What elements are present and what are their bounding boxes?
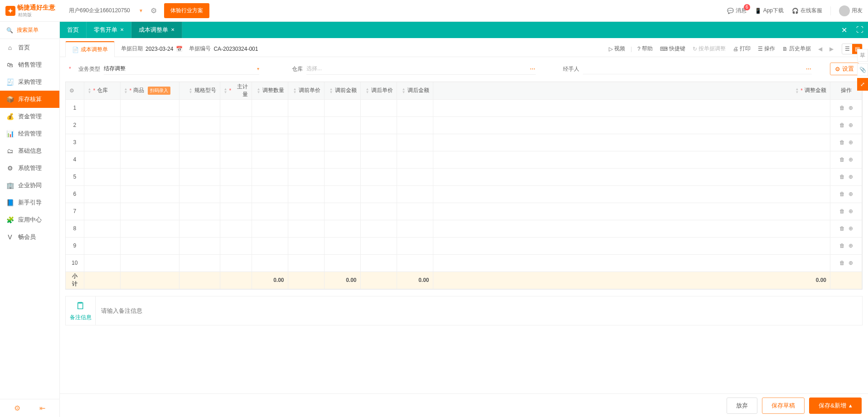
table-row[interactable]: 8🗑⊕ — [66, 220, 862, 237]
th-product[interactable]: 商品 — [133, 87, 144, 94]
rail-expand-icon[interactable]: ⤢ — [857, 78, 868, 91]
row-add-icon[interactable]: ⊕ — [849, 105, 853, 111]
tenant-selector[interactable]: 用户690企业1660120750 ▼ — [65, 5, 147, 16]
action-shortcuts[interactable]: ⌨ 快捷键 — [658, 44, 687, 53]
row-add-icon[interactable]: ⊕ — [849, 191, 853, 197]
action-print[interactable]: 🖨 打印 — [731, 44, 752, 53]
nav-next-icon[interactable]: ▶ — [828, 45, 835, 53]
row-add-icon[interactable]: ⊕ — [849, 156, 853, 163]
action-help[interactable]: ? 帮助 — [635, 44, 655, 53]
table-row[interactable]: 1🗑⊕ — [66, 99, 862, 116]
sidebar-item[interactable]: 📘新手引导 — [0, 194, 59, 211]
row-delete-icon[interactable]: 🗑 — [839, 242, 845, 249]
tabs-close-all-icon[interactable]: ✕ — [837, 26, 852, 34]
grid-settings-icon[interactable]: ⚙ — [69, 87, 74, 94]
sidebar-item[interactable]: 🏢企业协同 — [0, 177, 59, 194]
th-warehouse[interactable]: 仓库 — [97, 87, 108, 94]
action-history[interactable]: 🗎 历史单据 — [781, 44, 813, 53]
nav-prev-icon[interactable]: ◀ — [816, 45, 824, 53]
tab[interactable]: 零售开单✕ — [87, 22, 131, 38]
save-draft-button[interactable]: 保存草稿 — [762, 398, 805, 414]
row-add-icon[interactable]: ⊕ — [849, 260, 853, 266]
action-operate[interactable]: ☰ 操作 — [756, 44, 777, 53]
table-row[interactable]: 3🗑⊕ — [66, 134, 862, 151]
sidebar-item[interactable]: 📦库存核算 — [0, 91, 59, 108]
remarks-input[interactable] — [96, 296, 862, 325]
calendar-icon[interactable]: 📅 — [176, 46, 183, 52]
warehouse-select[interactable]: 选择... ⋯ — [306, 63, 536, 75]
view-list-icon[interactable]: ☰ — [842, 44, 852, 54]
row-add-icon[interactable]: ⊕ — [849, 139, 853, 145]
row-delete-icon[interactable]: 🗑 — [839, 225, 845, 232]
online-service-button[interactable]: 🎧 在线客服 — [792, 7, 822, 15]
table-row[interactable]: 5🗑⊕ — [66, 168, 862, 185]
tab[interactable]: 成本调整单✕ — [131, 22, 182, 38]
row-add-icon[interactable]: ⊕ — [849, 225, 853, 232]
remarks-block: 🗒 备注信息 — [65, 296, 863, 325]
th-adj-qty[interactable]: 调整数量 — [262, 87, 284, 94]
action-by-bill-adjust[interactable]: ↻ 按单据调整 — [691, 44, 727, 53]
th-amount-after[interactable]: 调后金额 — [407, 87, 429, 94]
th-amount-before[interactable]: 调前金额 — [335, 87, 357, 94]
row-add-icon[interactable]: ⊕ — [849, 242, 853, 249]
doc-date-value[interactable]: 2023-03-24 — [145, 46, 173, 52]
tabs-fullscreen-icon[interactable]: ⛶ — [852, 26, 868, 34]
messages-button[interactable]: 💬 消息 6 — [727, 7, 747, 15]
sidebar-item[interactable]: 💰资金管理 — [0, 108, 59, 125]
user-menu[interactable]: 用友 — [839, 5, 863, 16]
table-row[interactable]: 6🗑⊕ — [66, 185, 862, 203]
close-icon[interactable]: ✕ — [120, 22, 124, 38]
nav-label: 新手引导 — [18, 199, 42, 207]
sidebar-item[interactable]: 🛍销售管理 — [0, 56, 59, 73]
discard-button[interactable]: 放弃 — [727, 398, 757, 414]
th-main-qty[interactable]: 主计量 — [233, 83, 247, 98]
row-delete-icon[interactable]: 🗑 — [839, 174, 845, 180]
sidebar-item[interactable]: 🧩应用中心 — [0, 211, 59, 228]
subtotal-row: 小计0.000.000.000.00 — [66, 272, 862, 289]
tab[interactable]: 首页 — [60, 22, 87, 38]
row-delete-icon[interactable]: 🗑 — [839, 208, 845, 214]
row-delete-icon[interactable]: 🗑 — [839, 191, 845, 197]
row-delete-icon[interactable]: 🗑 — [839, 156, 845, 163]
table-row[interactable]: 7🗑⊕ — [66, 203, 862, 220]
sidebar-item[interactable]: V畅会员 — [0, 228, 59, 246]
nav-icon: 🛍 — [6, 61, 14, 68]
sidebar-search[interactable]: 🔍 搜索菜单 — [0, 22, 59, 39]
row-delete-icon[interactable]: 🗑 — [839, 105, 845, 111]
th-spec[interactable]: 规格型号 — [194, 87, 216, 94]
rail-draft-icon[interactable]: 草 — [857, 49, 868, 62]
sidebar-item[interactable]: 📊经营管理 — [0, 125, 59, 142]
row-delete-icon[interactable]: 🗑 — [839, 260, 845, 266]
table-row[interactable]: 9🗑⊕ — [66, 237, 862, 254]
rail-attach-icon[interactable]: 📎 — [857, 63, 868, 76]
messages-badge: 6 — [744, 4, 750, 10]
row-add-icon[interactable]: ⊕ — [849, 174, 853, 180]
row-delete-icon[interactable]: 🗑 — [839, 139, 845, 145]
table-row[interactable]: 10🗑⊕ — [66, 254, 862, 272]
save-new-button[interactable]: 保存&新增 ▴ — [809, 398, 862, 414]
app-download-button[interactable]: 📱 App下载 — [755, 7, 784, 15]
experience-button[interactable]: 体验行业方案 — [164, 3, 209, 18]
biz-type-select[interactable]: 结存调整 ▾ — [104, 63, 259, 75]
tenant-settings-icon[interactable]: ⚙ — [150, 6, 157, 15]
row-add-icon[interactable]: ⊕ — [849, 122, 853, 128]
footer-collapse-icon[interactable]: ⇤ — [39, 404, 45, 412]
close-icon[interactable]: ✕ — [171, 22, 175, 38]
th-price-before[interactable]: 调前单价 — [299, 87, 320, 94]
settings-button[interactable]: ⚙ 设置 — [830, 63, 859, 75]
sidebar-item[interactable]: ⚙系统管理 — [0, 160, 59, 177]
row-delete-icon[interactable]: 🗑 — [839, 122, 845, 128]
chevron-down-icon: ▾ — [257, 66, 259, 71]
action-video[interactable]: ▷ 视频 — [607, 44, 627, 53]
footer-gear-icon[interactable]: ⚙ — [14, 404, 20, 412]
handler-select[interactable]: ⋯ — [583, 64, 812, 74]
th-adj-amount[interactable]: 调整金额 — [805, 87, 826, 94]
th-price-after[interactable]: 调后单价 — [371, 87, 393, 94]
sidebar-item[interactable]: 🧾采购管理 — [0, 73, 59, 91]
scan-entry-chip[interactable]: 扫码录入 — [148, 87, 170, 95]
sidebar-item[interactable]: 🗂基础信息 — [0, 142, 59, 160]
table-row[interactable]: 4🗑⊕ — [66, 151, 862, 168]
sidebar-item[interactable]: ⌂首页 — [0, 39, 59, 56]
table-row[interactable]: 2🗑⊕ — [66, 116, 862, 134]
row-add-icon[interactable]: ⊕ — [849, 208, 853, 214]
